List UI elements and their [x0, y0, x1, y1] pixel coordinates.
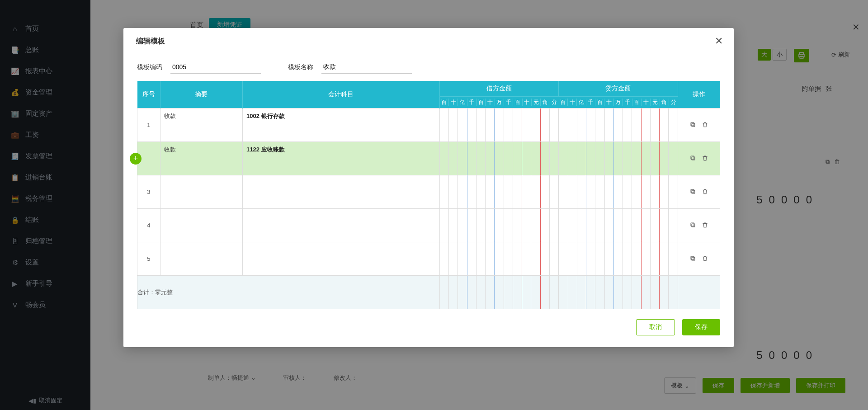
col-action: 操作	[678, 81, 720, 108]
col-seq: 序号	[137, 81, 160, 108]
row-summary[interactable]: 收款	[160, 108, 242, 142]
row-credit[interactable]	[559, 142, 678, 175]
svg-rect-4	[691, 123, 694, 126]
unit-cell: 千	[623, 99, 632, 106]
unit-cell: 元	[651, 99, 660, 106]
unit-cell: 万	[614, 99, 623, 106]
row-subject[interactable]: 1122 应收账款	[243, 142, 440, 175]
svg-rect-8	[691, 189, 694, 193]
unit-cell: 分	[550, 99, 559, 106]
table-row[interactable]: 4	[137, 209, 720, 242]
modal-close-icon[interactable]: ✕	[715, 35, 723, 47]
row-summary[interactable]	[160, 242, 242, 276]
table-row[interactable]: 5	[137, 242, 720, 276]
unit-cell: 百	[632, 99, 642, 106]
row-subject[interactable]	[243, 175, 440, 209]
row-debit[interactable]	[439, 108, 558, 142]
svg-rect-12	[691, 256, 694, 259]
template-name-input[interactable]	[321, 61, 412, 74]
col-debit: 借方金额	[439, 81, 558, 97]
row-actions	[678, 142, 720, 175]
col-summary: 摘要	[160, 81, 242, 108]
svg-rect-7	[692, 190, 695, 193]
unit-cell: 千	[504, 99, 513, 106]
cancel-button[interactable]: 取消	[636, 319, 675, 335]
row-subject[interactable]	[243, 209, 440, 242]
unit-cell: 角	[541, 99, 550, 106]
svg-rect-11	[692, 257, 695, 260]
row-seq: 4	[137, 209, 160, 242]
unit-cell: 角	[660, 99, 669, 106]
unit-cell: 元	[532, 99, 541, 106]
unit-cell: 分	[669, 99, 678, 106]
row-delete-icon[interactable]	[702, 188, 708, 196]
add-row-button[interactable]: +	[130, 153, 142, 165]
row-summary[interactable]	[160, 175, 242, 209]
unit-cell: 十	[486, 99, 495, 106]
unit-cell: 十	[523, 99, 532, 106]
col-subject: 会计科目	[243, 81, 440, 108]
total-label: 合计：零元整	[137, 276, 440, 309]
row-seq: +	[137, 142, 160, 175]
row-summary[interactable]: 收款	[160, 142, 242, 175]
row-seq: 1	[137, 108, 160, 142]
row-actions	[678, 175, 720, 209]
row-credit[interactable]	[559, 209, 678, 242]
svg-rect-5	[692, 157, 695, 160]
row-delete-icon[interactable]	[702, 155, 708, 163]
col-credit: 贷方金额	[559, 81, 678, 97]
row-debit[interactable]	[439, 242, 558, 276]
template-code-input[interactable]	[170, 61, 261, 74]
row-delete-icon[interactable]	[702, 221, 708, 230]
row-copy-icon[interactable]	[689, 221, 696, 230]
svg-rect-10	[691, 223, 694, 226]
row-copy-icon[interactable]	[689, 155, 696, 163]
unit-cell: 千	[586, 99, 595, 106]
unit-cell: 十	[604, 99, 613, 106]
modal-title: 编辑模板	[136, 37, 165, 46]
row-seq: 3	[137, 175, 160, 209]
unit-cell: 百	[476, 99, 486, 106]
unit-cell: 百	[559, 99, 568, 106]
table-row[interactable]: 1收款1002 银行存款	[137, 108, 720, 142]
row-credit[interactable]	[559, 108, 678, 142]
unit-cell: 百	[440, 99, 449, 106]
row-subject[interactable]	[243, 242, 440, 276]
unit-cell: 十	[449, 99, 458, 106]
unit-cell: 百	[595, 99, 604, 106]
unit-cell: 万	[495, 99, 504, 106]
unit-cell: 十	[568, 99, 577, 106]
template-table: 序号 摘要 会计科目 借方金额 贷方金额 操作 百十亿千百十万千百十元角分 百十…	[137, 81, 720, 309]
unit-cell: 亿	[577, 99, 586, 106]
row-copy-icon[interactable]	[689, 121, 696, 129]
row-debit[interactable]	[439, 175, 558, 209]
row-delete-icon[interactable]	[702, 255, 708, 263]
unit-cell: 亿	[458, 99, 467, 106]
row-credit[interactable]	[559, 242, 678, 276]
row-subject[interactable]: 1002 银行存款	[243, 108, 440, 142]
row-actions	[678, 209, 720, 242]
row-copy-icon[interactable]	[689, 188, 696, 196]
save-button[interactable]: 保存	[682, 319, 720, 335]
row-seq: 5	[137, 242, 160, 276]
row-actions	[678, 242, 720, 276]
edit-template-modal: 编辑模板 ✕ 模板编码 模板名称 序号 摘要 会计科目 借方金额	[123, 28, 734, 347]
table-row[interactable]: 3	[137, 175, 720, 209]
unit-cell: 十	[642, 99, 651, 106]
unit-cell: 千	[467, 99, 476, 106]
row-copy-icon[interactable]	[689, 255, 696, 263]
template-name-label: 模板名称	[288, 63, 313, 71]
row-summary[interactable]	[160, 209, 242, 242]
row-debit[interactable]	[439, 209, 558, 242]
svg-rect-3	[692, 123, 695, 127]
svg-rect-6	[691, 156, 694, 159]
unit-cell: 百	[513, 99, 522, 106]
svg-rect-9	[692, 224, 695, 227]
template-code-label: 模板编码	[137, 63, 162, 71]
row-delete-icon[interactable]	[702, 121, 708, 129]
row-actions	[678, 108, 720, 142]
table-row[interactable]: +收款1122 应收账款	[137, 142, 720, 175]
row-debit[interactable]	[439, 142, 558, 175]
row-credit[interactable]	[559, 175, 678, 209]
